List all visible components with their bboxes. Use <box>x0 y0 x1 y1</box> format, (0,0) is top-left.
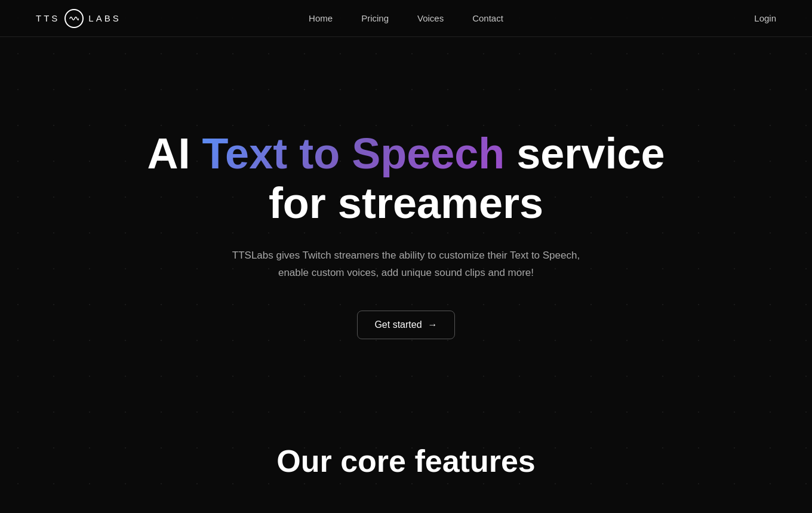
get-started-button[interactable]: Get started → <box>357 311 454 339</box>
hero-title: AI Text to Speech service for streamers <box>137 129 675 228</box>
logo-icon <box>64 9 84 28</box>
logo-text: TTS LABS <box>36 9 121 28</box>
logo-labs: LABS <box>88 13 121 23</box>
hero-subtitle: TTSLabs gives Twitch streamers the abili… <box>221 247 591 282</box>
nav-links: Home Pricing Voices Contact <box>309 13 503 23</box>
hero-title-tts: Text to Speech <box>202 130 505 177</box>
login-link[interactable]: Login <box>754 13 776 23</box>
nav-contact[interactable]: Contact <box>472 13 503 23</box>
logo-tts: TTS <box>36 13 60 23</box>
cta-arrow-icon: → <box>428 320 438 330</box>
navbar: TTS LABS Home Pricing Voices Contact Log… <box>0 0 812 37</box>
features-section: Our core features <box>0 419 812 491</box>
logo[interactable]: TTS LABS <box>36 9 121 28</box>
hero-section: AI Text to Speech service for streamers … <box>0 37 812 419</box>
hero-title-ai: AI <box>147 130 202 177</box>
features-title: Our core features <box>12 443 800 479</box>
cta-label: Get started <box>374 320 422 330</box>
nav-home[interactable]: Home <box>309 13 333 23</box>
nav-pricing[interactable]: Pricing <box>361 13 389 23</box>
nav-voices[interactable]: Voices <box>417 13 444 23</box>
